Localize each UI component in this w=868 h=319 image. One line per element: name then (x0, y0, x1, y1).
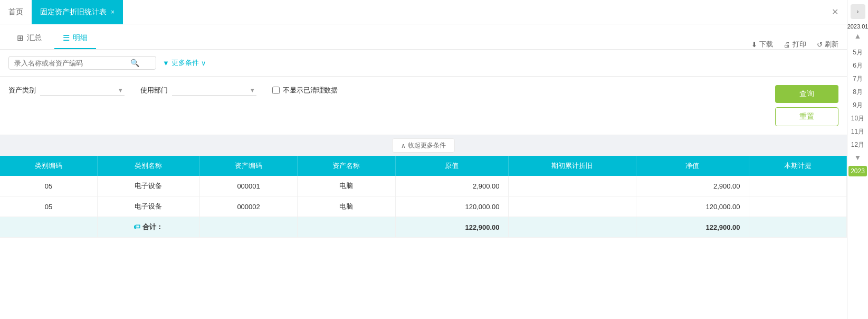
department-field: 使用部门 (140, 85, 256, 96)
sidebar-months: 5月6月7月8月9月10月11月12月 (848, 46, 868, 151)
hide-cleared-checkbox[interactable] (272, 87, 280, 94)
download-icon: ⬇ (751, 41, 757, 49)
table-total-row: 🏷合计： 122,900.00 122,900.00 (0, 217, 847, 238)
total-asset-name (298, 217, 395, 238)
detail-icon: ☰ (63, 33, 70, 43)
cell-net: 120,000.00 (636, 196, 749, 217)
cell-accumulated (508, 176, 636, 196)
refresh-btn[interactable]: ↺ 刷新 (817, 40, 838, 49)
tab-summary-label: 汇总 (27, 33, 42, 43)
cell-cat-code: 05 (0, 176, 97, 196)
collapse-label: 收起更多条件 (408, 141, 446, 150)
tab-summary[interactable]: ⊞ 汇总 (8, 28, 50, 49)
col-original-value: 原值 (395, 156, 508, 176)
summary-icon: ⊞ (17, 33, 24, 43)
refresh-label: 刷新 (825, 40, 838, 49)
active-tab[interactable]: 固定资产折旧统计表 × (32, 0, 123, 24)
query-button[interactable]: 查询 (775, 85, 838, 103)
cell-accumulated (508, 196, 636, 217)
cell-original: 2,900.00 (395, 176, 508, 196)
asset-category-field: 资产类别 (8, 85, 125, 96)
col-accumulated-depreciation: 期初累计折旧 (508, 156, 636, 176)
cell-asset-code: 000001 (199, 176, 297, 196)
total-label: 🏷合计： (97, 217, 199, 238)
col-category-name: 类别名称 (97, 156, 199, 176)
window-close-btn[interactable]: ✕ (832, 7, 838, 17)
chevron-down-icon: ∨ (201, 59, 206, 67)
department-select[interactable] (172, 85, 256, 96)
cell-asset-code: 000002 (199, 196, 297, 217)
sidebar-year[interactable]: 2023 (848, 166, 867, 176)
cell-current (749, 196, 846, 217)
table-header-row: 类别编码 类别名称 资产编码 资产名称 原值 期初累计折旧 净值 本期计提 (0, 156, 847, 176)
filter-buttons: 查询 重置 (775, 85, 838, 126)
sidebar-expand-arrow[interactable]: › (851, 4, 865, 19)
department-label: 使用部门 (140, 86, 168, 95)
total-original: 122,900.00 (395, 217, 508, 238)
tab-title: 固定资产折旧统计表 (40, 7, 107, 17)
right-sidebar: › 2023.01 ▲ 5月6月7月8月9月10月11月12月 ▼ 2023 (847, 0, 868, 319)
tab-detail[interactable]: ☰ 明细 (54, 28, 96, 49)
cell-cat-name: 电子设备 (97, 176, 199, 196)
col-category-code: 类别编码 (0, 156, 97, 176)
print-btn[interactable]: 🖨 打印 (784, 40, 806, 49)
main-table: 类别编码 类别名称 资产编码 资产名称 原值 期初累计折旧 净值 本期计提 05… (0, 156, 847, 238)
cell-asset-name: 电脑 (298, 176, 395, 196)
tab-close-btn[interactable]: × (111, 8, 115, 16)
collapse-icon: ∧ (401, 142, 406, 149)
cell-current (749, 176, 846, 196)
tab-actions: ⬇ 下载 🖨 打印 ↺ 刷新 (751, 40, 838, 49)
cell-cat-code: 05 (0, 196, 97, 217)
sidebar-date: 2023.01 (847, 23, 868, 30)
total-net: 122,900.00 (636, 217, 749, 238)
total-current (749, 217, 846, 238)
sidebar-scroll-down[interactable]: ▼ (852, 151, 864, 164)
cell-net: 2,900.00 (636, 176, 749, 196)
tab-detail-label: 明细 (73, 33, 88, 43)
col-current-depreciation: 本期计提 (749, 156, 846, 176)
download-label: 下载 (759, 40, 773, 49)
sidebar-month-item[interactable]: 5月 (848, 46, 868, 59)
collapse-btn[interactable]: ∧ 收起更多条件 (392, 138, 455, 153)
filter-icon: ▼ (163, 59, 169, 67)
filter-fields: 资产类别 使用部门 不显示已清理数据 (8, 85, 765, 96)
table-wrap: 类别编码 类别名称 资产编码 资产名称 原值 期初累计折旧 净值 本期计提 05… (0, 156, 847, 319)
print-label: 打印 (793, 40, 806, 49)
search-wrap: 🔍 (8, 56, 156, 70)
asset-category-label: 资产类别 (8, 86, 36, 95)
total-label-cell (0, 217, 97, 238)
more-conditions-btn[interactable]: ▼ 更多条件 ∨ (163, 58, 206, 68)
sidebar-month-item[interactable]: 10月 (848, 112, 868, 125)
reset-button[interactable]: 重置 (775, 107, 838, 126)
tab-bar: ⊞ 汇总 ☰ 明细 ⬇ 下载 🖨 打印 ↺ 刷新 (0, 24, 847, 50)
extended-filter: 资产类别 使用部门 不显示已清理数据 (0, 77, 847, 135)
cell-cat-name: 电子设备 (97, 196, 199, 217)
sidebar-scroll-up[interactable]: ▲ (852, 30, 864, 42)
more-conditions-label: 更多条件 (171, 58, 199, 68)
asset-category-select[interactable] (40, 85, 125, 96)
collapse-bar: ∧ 收起更多条件 (0, 135, 847, 156)
table-row[interactable]: 05 电子设备 000002 电脑 120,000.00 120,000.00 (0, 196, 847, 217)
sidebar-month-item[interactable]: 6月 (848, 60, 868, 72)
sidebar-month-item[interactable]: 7月 (848, 73, 868, 85)
hide-cleared-label: 不显示已清理数据 (283, 86, 338, 95)
table-row[interactable]: 05 电子设备 000001 电脑 2,900.00 2,900.00 (0, 176, 847, 196)
print-icon: 🖨 (784, 41, 790, 49)
col-asset-code: 资产编码 (199, 156, 297, 176)
col-net-value: 净值 (636, 156, 749, 176)
cell-asset-name: 电脑 (298, 196, 395, 217)
total-asset-code (199, 217, 297, 238)
hide-cleared-wrap[interactable]: 不显示已清理数据 (272, 86, 338, 95)
search-icon[interactable]: 🔍 (130, 59, 139, 67)
total-accumulated (508, 217, 636, 238)
home-tab[interactable]: 首页 (8, 7, 30, 17)
sidebar-month-item[interactable]: 12月 (848, 139, 868, 151)
sidebar-month-item[interactable]: 8月 (848, 86, 868, 98)
sidebar-month-item[interactable]: 11月 (848, 126, 868, 138)
search-input[interactable] (14, 59, 130, 67)
col-asset-name: 资产名称 (298, 156, 395, 176)
top-nav: 首页 固定资产折旧统计表 × ✕ (0, 0, 847, 24)
sidebar-month-item[interactable]: 9月 (848, 99, 868, 111)
cell-original: 120,000.00 (395, 196, 508, 217)
download-btn[interactable]: ⬇ 下载 (751, 40, 773, 49)
